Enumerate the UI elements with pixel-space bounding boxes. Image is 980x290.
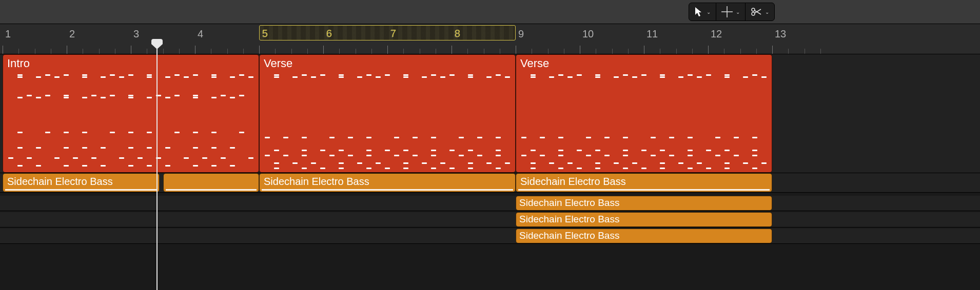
track-row[interactable]: Sidechain Electro Bass (0, 229, 980, 244)
bar-number: 13 (775, 28, 786, 40)
audio-loop-region[interactable]: Sidechain Electro Bass (516, 229, 772, 243)
bar-number: 2 (69, 28, 75, 40)
tracks-area[interactable]: IntroVerseVerseSidechain Electro BassSid… (0, 54, 980, 290)
bar-number: 9 (518, 28, 524, 40)
region-label: Sidechain Electro Bass (7, 176, 113, 188)
track-row[interactable]: Sidechain Electro Bass (0, 196, 980, 211)
bar-number: 7 (390, 28, 396, 39)
audio-loop-region[interactable]: Sidechain Electro Bass (516, 173, 772, 192)
bar-number: 3 (133, 28, 139, 40)
region-label: Sidechain Electro Bass (264, 176, 369, 188)
cycle-region[interactable]: 5678 (259, 25, 516, 40)
crosshair-icon (721, 6, 733, 17)
track-row[interactable]: Sidechain Electro Bass (0, 212, 980, 227)
region-label: Sidechain Electro Bass (519, 197, 619, 209)
pointer-tool-button[interactable]: ⌄ (689, 3, 716, 20)
playhead[interactable] (156, 39, 158, 290)
svg-point-2 (752, 8, 755, 11)
timeline-ruler[interactable]: 12345678910111213 5678 (0, 24, 980, 54)
svg-point-3 (752, 12, 755, 15)
region-label: Sidechain Electro Bass (519, 214, 619, 225)
bar-number: 1 (5, 28, 11, 40)
bar-number: 8 (455, 28, 460, 39)
region-label: Verse (520, 57, 549, 70)
region-label: Intro (7, 57, 30, 70)
bar-number: 6 (326, 28, 332, 39)
track-row[interactable]: IntroVerseVerse (0, 54, 980, 173)
chevron-down-icon: ⌄ (736, 9, 740, 15)
bar-number: 11 (646, 28, 658, 40)
bar-number: 5 (262, 28, 268, 39)
audio-loop-region[interactable]: Sidechain Electro Bass (516, 212, 772, 227)
marquee-tool-button[interactable]: ⌄ (716, 3, 746, 20)
region-label: Sidechain Electro Bass (519, 230, 619, 241)
tool-group: ⌄ ⌄ ⌄ (689, 3, 775, 21)
midi-region[interactable]: Intro (3, 54, 259, 173)
bar-number: 10 (582, 28, 594, 40)
midi-region[interactable]: Verse (516, 54, 772, 173)
audio-loop-region[interactable]: Sidechain Electro Bass (259, 173, 516, 192)
audio-loop-region[interactable] (163, 173, 260, 192)
toolbar: ⌄ ⌄ ⌄ (0, 0, 980, 24)
scissors-icon (751, 7, 762, 16)
audio-loop-region[interactable]: Sidechain Electro Bass (516, 196, 772, 211)
audio-loop-region[interactable]: Sidechain Electro Bass (3, 173, 160, 192)
bar-number: 12 (711, 28, 722, 40)
pointer-icon (694, 7, 703, 17)
chevron-down-icon: ⌄ (707, 9, 711, 15)
region-label: Sidechain Electro Bass (520, 176, 626, 188)
region-label: Verse (264, 57, 292, 70)
chevron-down-icon: ⌄ (765, 9, 769, 15)
track-row[interactable]: Sidechain Electro BassSidechain Electro … (0, 173, 980, 193)
midi-region[interactable]: Verse (259, 54, 516, 173)
bar-number: 4 (198, 28, 203, 40)
scissors-tool-button[interactable]: ⌄ (746, 3, 774, 20)
